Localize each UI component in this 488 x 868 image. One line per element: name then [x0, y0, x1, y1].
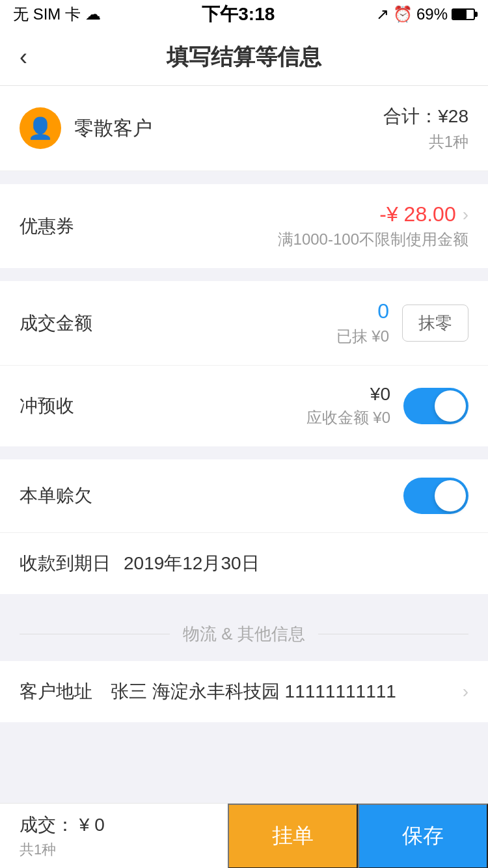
location-icon: ↗: [376, 5, 389, 23]
prepay-toggle[interactable]: [403, 388, 468, 424]
due-date-content: 收款到期日 2019年12月30日: [20, 551, 468, 576]
prepay-row: 冲预收 ¥0 应收金额 ¥0: [0, 365, 488, 446]
customer-total-block: 合计：¥28 共1种: [383, 104, 468, 152]
page-title: 填写结算等信息: [167, 42, 321, 72]
deal-value-block: 0 已抹 ¥0: [336, 299, 389, 347]
coupon-row[interactable]: 优惠券 -¥ 28.00 › 满1000-100不限制使用金额: [0, 184, 488, 268]
coupon-sub: 满1000-100不限制使用金额: [278, 229, 468, 250]
logistics-header-text: 物流 & 其他信息: [183, 623, 305, 645]
customer-name: 零散客户: [74, 115, 152, 142]
customer-avatar: 👤: [20, 107, 61, 149]
save-button[interactable]: 保存: [358, 804, 488, 869]
credit-toggle-knob: [435, 480, 466, 511]
address-label: 客户地址: [20, 679, 98, 704]
deal-value: 0: [336, 299, 389, 323]
credit-label: 本单赊欠: [20, 483, 92, 508]
prepay-value: ¥0: [306, 384, 390, 405]
deal-sub: 已抹 ¥0: [336, 326, 389, 347]
deal-amount-right: 0 已抹 ¥0 抹零: [336, 299, 468, 347]
battery-label: 69%: [416, 5, 448, 23]
nav-bar: ‹ 填写结算等信息: [0, 29, 488, 86]
credit-section: 本单赊欠 收款到期日 2019年12月30日: [0, 459, 488, 594]
round-zero-button[interactable]: 抹零: [402, 305, 468, 342]
due-date-row: 收款到期日 2019年12月30日: [0, 532, 488, 594]
customer-info: 👤 零散客户: [20, 107, 152, 149]
prepay-right: ¥0 应收金额 ¥0: [306, 384, 468, 428]
prepay-label: 冲预收: [20, 394, 74, 418]
customer-section: 👤 零散客户 合计：¥28 共1种: [0, 86, 488, 171]
deal-section: 成交金额 0 已抹 ¥0 抹零 冲预收 ¥0 应收金额 ¥0: [0, 281, 488, 446]
bottom-bar: 成交： ¥ 0 共1种 挂单 保存: [0, 803, 488, 868]
logistics-header-line: 物流 & 其他信息: [20, 623, 468, 645]
logistics-line-left: [20, 634, 170, 634]
bottom-info: 成交： ¥ 0 共1种: [0, 813, 228, 860]
customer-total: 合计：¥28: [383, 104, 468, 129]
coupon-right: -¥ 28.00 › 满1000-100不限制使用金额: [278, 202, 468, 250]
due-date-label: 收款到期日: [20, 551, 111, 576]
deal-amount-row: 成交金额 0 已抹 ¥0 抹零: [0, 281, 488, 365]
status-bar-time: 下午3:18: [202, 2, 275, 27]
customer-row: 👤 零散客户 合计：¥28 共1种: [0, 86, 488, 170]
logistics-divider: 物流 & 其他信息: [0, 607, 488, 661]
prepay-value-block: ¥0 应收金额 ¥0: [306, 384, 390, 428]
no-sim-label: 无 SIM 卡 ☁: [13, 4, 101, 25]
back-button[interactable]: ‹: [20, 44, 27, 71]
logistics-line-right: [318, 634, 468, 634]
bottom-deal-value: ¥ 0: [79, 815, 105, 835]
due-date-value: 2019年12月30日: [124, 551, 260, 576]
address-chevron: ›: [463, 681, 468, 702]
prepay-sub: 应收金额 ¥0: [306, 407, 390, 428]
alarm-icon: ⏰: [393, 5, 413, 23]
status-bar-right: ↗ ⏰ 69%: [376, 5, 475, 23]
coupon-section[interactable]: 优惠券 -¥ 28.00 › 满1000-100不限制使用金额: [0, 184, 488, 268]
toggle-knob: [435, 390, 466, 422]
bottom-spacer: [0, 735, 488, 813]
address-section: 客户地址 张三 海淀永丰科技园 11111111111 ›: [0, 661, 488, 722]
address-value: 张三 海淀永丰科技园 11111111111: [111, 679, 456, 704]
address-row[interactable]: 客户地址 张三 海淀永丰科技园 11111111111 ›: [0, 661, 488, 722]
bottom-deal: 成交： ¥ 0: [20, 813, 208, 837]
battery-icon: [452, 8, 475, 20]
pending-button[interactable]: 挂单: [228, 804, 358, 869]
coupon-value: -¥ 28.00: [379, 202, 455, 226]
credit-row: 本单赊欠: [0, 459, 488, 532]
deal-amount-label: 成交金额: [20, 311, 92, 336]
status-bar: 无 SIM 卡 ☁ 下午3:18 ↗ ⏰ 69%: [0, 0, 488, 29]
avatar-icon: 👤: [27, 116, 53, 141]
status-bar-left: 无 SIM 卡 ☁: [13, 4, 101, 25]
coupon-label: 优惠券: [20, 214, 74, 239]
customer-count: 共1种: [383, 131, 468, 152]
coupon-chevron: ›: [463, 204, 468, 225]
bottom-count: 共1种: [20, 840, 208, 860]
bottom-deal-label: 成交：: [20, 815, 74, 835]
credit-toggle[interactable]: [403, 478, 468, 514]
